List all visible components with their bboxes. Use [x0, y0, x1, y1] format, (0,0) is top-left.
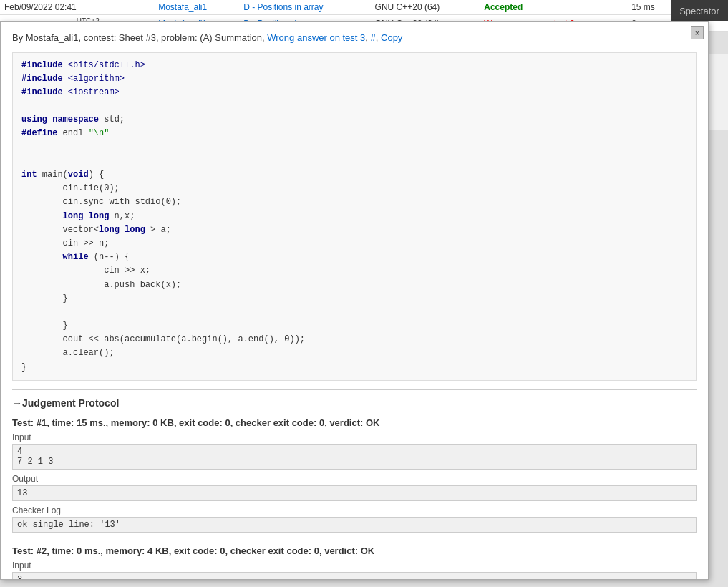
spectator-bar: Spectator	[671, 0, 728, 21]
header-prefix: By Mostafa_ali1, contest: Sheet #3, prob…	[12, 32, 265, 43]
spectator-label: Spectator	[679, 6, 719, 16]
verdict-link[interactable]: Wrong answer on test 3	[267, 32, 365, 43]
hash-link[interactable]: #	[371, 32, 376, 43]
submission-time: 15 ms	[627, 0, 674, 15]
submission-problem[interactable]: D - Positions in array	[239, 0, 370, 15]
submission-modal: × By Mostafa_ali1, contest: Sheet #3, pr…	[0, 21, 709, 130]
submission-user[interactable]: Mostafa_ali1	[154, 0, 239, 15]
submission-verdict: Accepted	[480, 0, 627, 15]
submission-date: Feb/09/2022 02:41	[0, 0, 154, 15]
submission-lang: GNU C++20 (64)	[371, 0, 480, 15]
modal-header: By Mostafa_ali1, contest: Sheet #3, prob…	[12, 31, 697, 45]
table-row: Feb/09/2022 02:41 Mostafa_ali1 D - Posit…	[0, 0, 728, 15]
code-block: #include <bits/stdc++.h> #include <algor…	[12, 52, 697, 130]
copy-link[interactable]: Copy	[381, 32, 402, 43]
modal-content[interactable]: By Mostafa_ali1, contest: Sheet #3, prob…	[1, 22, 708, 130]
close-button[interactable]: ×	[691, 26, 704, 39]
